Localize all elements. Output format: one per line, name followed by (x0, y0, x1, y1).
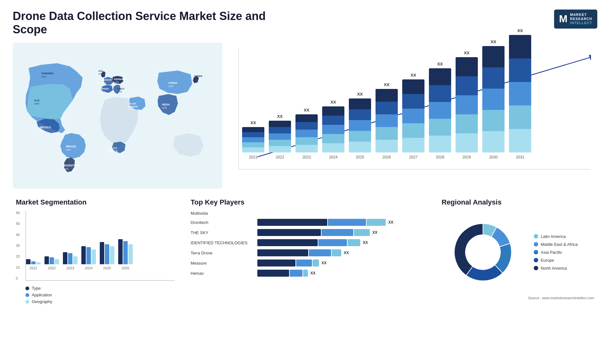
growth-bar-segment (322, 125, 344, 134)
seg-x-label: 2026 (122, 266, 129, 270)
segmentation-section: Market Segmentation 0102030405060 202120… (13, 195, 178, 307)
player-bar-segment (318, 239, 347, 246)
player-row: Terra DroneXX (191, 249, 426, 256)
legend-label: Geography (32, 299, 52, 304)
player-xx-label: XX (372, 230, 377, 235)
seg-bar (100, 242, 104, 264)
growth-bar-group: XX2031 (509, 28, 531, 159)
growth-bar-segment (456, 133, 478, 152)
region-dot (534, 250, 538, 254)
seg-x-label: 2024 (85, 266, 92, 270)
growth-bar-segment (295, 122, 318, 130)
seg-chart: 0102030405060 202120222023202420252026 (25, 211, 175, 281)
legend-dot (25, 293, 29, 297)
players-list: MultivistaDronitechXXTHE SKYXXIDENTIFIED… (191, 211, 426, 277)
player-bar-segment (309, 249, 331, 256)
svg-text:ITALY: ITALY (118, 87, 125, 90)
seg-bar (81, 246, 86, 264)
growth-year-label: 2024 (329, 155, 338, 159)
seg-legend: Type Application Geography (25, 286, 175, 304)
svg-text:JAPAN: JAPAN (194, 75, 202, 78)
growth-bar-segment (295, 145, 318, 152)
growth-bar-segment (429, 136, 451, 152)
region-legend-item: Middle East & Africa (534, 242, 578, 247)
player-row: HemavXX (191, 270, 426, 277)
player-bar-segment (257, 260, 295, 266)
seg-bar (44, 256, 49, 264)
logo-area: M MARKET RESEARCH INTELLECT (554, 10, 597, 29)
player-bar-segment (348, 239, 360, 246)
svg-text:BRAZIL: BRAZIL (66, 145, 77, 148)
seg-legend-item: Application (25, 293, 175, 297)
player-bar-segment (322, 229, 353, 236)
legend-label: Application (32, 293, 52, 297)
growth-bar-segment (429, 119, 451, 136)
region-dot (534, 258, 538, 262)
seg-y-label: 10 (16, 266, 20, 269)
logo-text: MARKET RESEARCH INTELLECT (570, 13, 592, 25)
seg-y-label: 60 (16, 211, 20, 215)
player-row: IDENTIFIED TECHNOLOGIESXX (191, 239, 426, 246)
seg-group: 2022 (44, 256, 59, 271)
growth-bar-label: XX (304, 108, 309, 112)
player-bar-segment (257, 219, 327, 226)
growth-bar-segment (402, 138, 424, 152)
player-bar-segment (332, 249, 341, 256)
growth-year-label: 2030 (489, 155, 498, 159)
svg-text:xx%: xx% (102, 82, 106, 84)
growth-bar-segment (269, 121, 291, 127)
bottom-section: Market Segmentation 0102030405060 202120… (13, 195, 597, 307)
player-bar-segment (257, 249, 308, 256)
player-bar-segment (354, 229, 370, 236)
segmentation-title: Market Segmentation (16, 198, 175, 206)
growth-bar-group: XX2022 (269, 114, 291, 159)
svg-text:CANADA: CANADA (41, 72, 54, 75)
seg-legend-item: Geography (25, 299, 175, 304)
growth-bar-segment (376, 89, 398, 102)
logo-letter: M (559, 13, 568, 25)
svg-text:xx%: xx% (168, 85, 173, 88)
growth-bar-label: XX (357, 92, 363, 97)
player-name: Hemav (191, 271, 254, 276)
growth-chart: XX2021XX2022XX2023XX2024XX2025XX2026XX20… (238, 49, 591, 170)
seg-bar (26, 259, 30, 264)
player-row: DronitechXX (191, 219, 426, 226)
seg-bar (92, 249, 96, 265)
region-label: Europe (541, 258, 554, 263)
growth-bar-segment (376, 140, 398, 152)
svg-text:MEXICO: MEXICO (40, 126, 51, 129)
player-xx-label: XX (310, 271, 315, 275)
seg-y-label: 50 (16, 222, 20, 226)
player-row: Multivista (191, 211, 426, 216)
seg-x-label: 2021 (30, 266, 37, 270)
seg-y-labels: 0102030405060 (16, 211, 20, 280)
svg-text:xx%: xx% (118, 91, 122, 93)
region-label: North America (541, 266, 567, 271)
player-xx-label: XX (344, 251, 349, 255)
seg-x-label: 2025 (103, 266, 111, 270)
growth-year-label: 2023 (302, 155, 311, 159)
growth-bar-label: XX (437, 62, 443, 66)
player-name: THE SKY (191, 230, 254, 235)
player-bar-segment (367, 219, 386, 226)
seg-x-label: 2023 (66, 266, 74, 270)
svg-text:FRANCE: FRANCE (101, 78, 112, 81)
growth-bar-group: XX2028 (429, 62, 451, 159)
player-bar-segment (328, 219, 366, 226)
seg-y-label: 40 (16, 233, 20, 237)
region-dot (534, 266, 538, 270)
svg-text:xx%: xx% (114, 81, 119, 83)
seg-bar (86, 247, 91, 264)
svg-text:xx%: xx% (128, 108, 132, 111)
region-legend-item: Asia Pacific (534, 250, 578, 255)
player-bar-segment (290, 270, 302, 277)
seg-y-label: 0 (16, 276, 20, 280)
player-bar-segment (257, 229, 321, 236)
growth-bar-segment (295, 114, 318, 122)
growth-bar-segment (376, 102, 398, 114)
seg-bar (68, 253, 72, 264)
player-bars: XX (257, 249, 426, 256)
region-label: Asia Pacific (541, 250, 562, 255)
seg-bar (50, 257, 54, 264)
growth-bar-group: XX2025 (349, 92, 371, 159)
